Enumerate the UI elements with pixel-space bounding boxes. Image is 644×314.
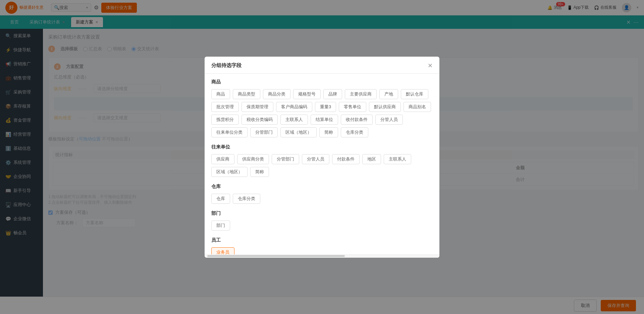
field-tag-0-2[interactable]: 商品分类 xyxy=(263,89,290,99)
field-tag-0-22[interactable]: 分管部门 xyxy=(250,127,278,137)
section-title-4: 员工 xyxy=(211,237,433,243)
field-tag-0-21[interactable]: 往来单位分类 xyxy=(211,127,248,137)
field-tag-1-0[interactable]: 供应商 xyxy=(211,154,234,164)
modal-hscroll-thumb[interactable] xyxy=(207,255,345,257)
field-tag-1-3[interactable]: 分管人员 xyxy=(302,154,329,164)
field-tag-0-25[interactable]: 仓库分类 xyxy=(341,127,368,137)
field-grid-2: 仓库仓库分类 xyxy=(211,194,433,204)
field-tag-0-5[interactable]: 主要供应商 xyxy=(345,89,377,99)
field-tag-1-1[interactable]: 供应商分类 xyxy=(237,154,269,164)
field-section-0: 商品商品商品类型商品分类规格型号品牌主要供应商产地默认仓库批次管理保质期管理客户… xyxy=(211,79,433,137)
field-tag-1-8[interactable]: 简称 xyxy=(250,167,269,177)
modal-hscrollbar[interactable] xyxy=(205,254,439,258)
field-tag-2-1[interactable]: 仓库分类 xyxy=(233,194,260,204)
field-section-1: 往来单位供应商供应商分类分管部门分管人员付款条件地区主联系人区域（地区）简称 xyxy=(211,144,433,177)
field-grid-1: 供应商供应商分类分管部门分管人员付款条件地区主联系人区域（地区）简称 xyxy=(211,154,433,177)
field-tag-0-17[interactable]: 主联系人 xyxy=(280,115,308,125)
field-tag-0-7[interactable]: 默认仓库 xyxy=(401,89,428,99)
modal-body: 商品商品商品类型商品分类规格型号品牌主要供应商产地默认仓库批次管理保质期管理客户… xyxy=(205,74,439,254)
field-tag-0-11[interactable]: 重量3 xyxy=(315,102,336,112)
field-tag-0-10[interactable]: 客户商品编码 xyxy=(276,102,312,112)
field-tag-0-12[interactable]: 零售单位 xyxy=(339,102,366,112)
section-title-0: 商品 xyxy=(211,79,433,85)
field-section-3: 部门部门 xyxy=(211,210,433,231)
field-tag-0-1[interactable]: 商品类型 xyxy=(233,89,260,99)
field-tag-3-0[interactable]: 部门 xyxy=(211,221,230,231)
section-title-3: 部门 xyxy=(211,210,433,216)
field-tag-0-0[interactable]: 商品 xyxy=(211,89,230,99)
field-tag-1-4[interactable]: 付款条件 xyxy=(332,154,360,164)
field-tag-4-0[interactable]: 业务员 xyxy=(211,247,234,254)
field-tag-1-2[interactable]: 分管部门 xyxy=(272,154,299,164)
field-tag-0-23[interactable]: 区域（地区） xyxy=(280,127,317,137)
field-tag-0-24[interactable]: 简称 xyxy=(319,127,338,137)
field-tag-0-13[interactable]: 默认供应商 xyxy=(369,102,401,112)
field-section-4: 员工业务员 xyxy=(211,237,433,254)
field-tag-0-6[interactable]: 产地 xyxy=(379,89,398,99)
field-tag-1-6[interactable]: 主联系人 xyxy=(384,154,411,164)
field-tag-0-9[interactable]: 保质期管理 xyxy=(241,102,273,112)
field-select-modal: 分组待选字段 ✕ 商品商品商品类型商品分类规格型号品牌主要供应商产地默认仓库批次… xyxy=(205,57,439,258)
field-tag-1-5[interactable]: 地区 xyxy=(362,154,381,164)
field-tag-1-7[interactable]: 区域（地区） xyxy=(211,167,248,177)
field-tag-0-4[interactable]: 品牌 xyxy=(323,89,342,99)
field-grid-4: 业务员 xyxy=(211,247,433,254)
field-grid-0: 商品商品类型商品分类规格型号品牌主要供应商产地默认仓库批次管理保质期管理客户商品… xyxy=(211,89,433,137)
field-tag-0-8[interactable]: 批次管理 xyxy=(211,102,239,112)
modal-title: 分组待选字段 xyxy=(211,62,241,69)
section-title-2: 仓库 xyxy=(211,184,433,190)
field-tag-0-20[interactable]: 分管人员 xyxy=(375,115,403,125)
field-tag-0-15[interactable]: 拣货积分 xyxy=(211,115,239,125)
field-tag-0-14[interactable]: 商品别名 xyxy=(404,102,431,112)
field-tag-0-16[interactable]: 税收分类编码 xyxy=(241,115,278,125)
modal-overlay: 分组待选字段 ✕ 商品商品商品类型商品分类规格型号品牌主要供应商产地默认仓库批次… xyxy=(0,0,644,314)
field-tag-0-18[interactable]: 结算单位 xyxy=(311,115,338,125)
section-title-1: 往来单位 xyxy=(211,144,433,150)
field-grid-3: 部门 xyxy=(211,221,433,231)
field-tag-2-0[interactable]: 仓库 xyxy=(211,194,230,204)
field-tag-0-19[interactable]: 收付款条件 xyxy=(341,115,373,125)
field-section-2: 仓库仓库仓库分类 xyxy=(211,184,433,204)
modal-close-icon[interactable]: ✕ xyxy=(428,62,433,69)
field-tag-0-3[interactable]: 规格型号 xyxy=(293,89,321,99)
modal-header: 分组待选字段 ✕ xyxy=(205,57,439,74)
